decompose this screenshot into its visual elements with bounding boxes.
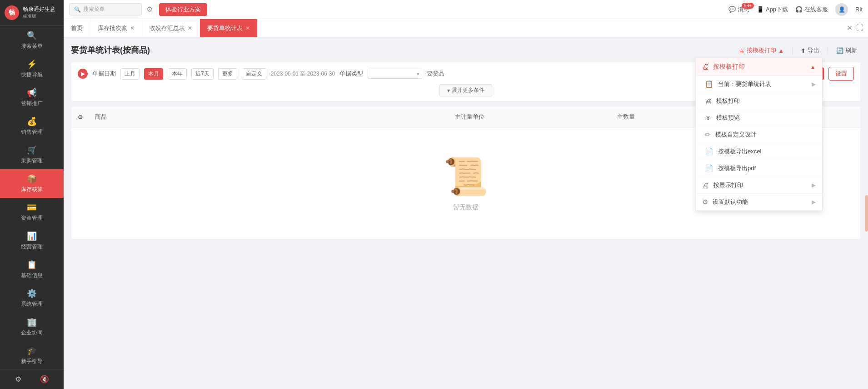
online-service-label: 在线客服 bbox=[804, 5, 828, 14]
printer-icon: 🖨 bbox=[739, 47, 745, 54]
logo-icon: 畅 bbox=[5, 5, 19, 20]
this-year-button[interactable]: 本年 bbox=[168, 68, 187, 80]
empty-icon: 📜 bbox=[443, 155, 489, 198]
sidebar-item-search[interactable]: 🔍 搜索菜单 bbox=[0, 26, 64, 55]
dropdown-header-left: 🖨 按模板打印 bbox=[702, 63, 745, 71]
tab-close-receipts-summary[interactable]: ✕ bbox=[188, 25, 192, 31]
online-service[interactable]: 🎧 在线客服 bbox=[795, 5, 828, 14]
sound-icon[interactable]: 🔇 bbox=[40, 375, 49, 384]
order-type-select-wrap bbox=[368, 69, 422, 79]
right-scrollbar[interactable] bbox=[865, 195, 868, 232]
operations-label: 经营管理 bbox=[21, 243, 43, 251]
search-icon: 🔍 bbox=[27, 30, 37, 40]
maximize-window-icon[interactable]: ⛶ bbox=[856, 24, 863, 32]
sales-label: 销售管理 bbox=[21, 128, 43, 136]
content-area: 要货单统计表(按商品) 🖨 按模板打印 ▲ ⬆ 导出 🔄 刷新 � bbox=[64, 37, 868, 389]
sidebar-item-enterprise[interactable]: 🏢 企业协同 bbox=[0, 313, 64, 341]
dropdown-template-design[interactable]: ✏ 模板自定义设计 bbox=[696, 126, 822, 143]
messages-badge[interactable]: 💬 消息 99+ bbox=[728, 5, 749, 14]
tab-order-stats[interactable]: 要货单统计表✕ bbox=[200, 19, 258, 37]
username: Rit bbox=[855, 6, 863, 13]
filter-settings-button[interactable]: 设置 bbox=[828, 67, 854, 81]
expand-more-button[interactable]: ▾ 展开更多条件 bbox=[439, 84, 492, 96]
sidebar-item-sales[interactable]: 💰 销售管理 bbox=[0, 112, 64, 141]
this-month-button[interactable]: 本月 bbox=[144, 68, 163, 80]
dropdown-title: 按模板打印 bbox=[713, 63, 745, 71]
avatar[interactable]: 👤 bbox=[835, 3, 848, 16]
template-print-label: 模板打印 bbox=[716, 97, 740, 105]
sidebar-item-quick-nav[interactable]: ⚡ 快捷导航 bbox=[0, 55, 64, 83]
refresh-label: 刷新 bbox=[845, 46, 857, 55]
dropdown-display-print[interactable]: 🖨 按显示打印 ▶ bbox=[696, 177, 822, 194]
current-icon: 📋 bbox=[705, 80, 713, 88]
export-excel-icon: 📄 bbox=[705, 147, 713, 156]
template-design-icon: ✏ bbox=[705, 131, 711, 139]
sidebar-item-basics[interactable]: 📋 基础信息 bbox=[0, 255, 64, 284]
sidebar-item-guide[interactable]: 🎓 新手引导 bbox=[0, 341, 64, 369]
system-icon: ⚙️ bbox=[27, 288, 37, 298]
last-month-button[interactable]: 上月 bbox=[120, 68, 140, 80]
sidebar-footer: ⚙ 🔇 bbox=[0, 369, 64, 389]
date-label: 单据日期 bbox=[92, 70, 116, 78]
trial-button[interactable]: 体验行业方案 bbox=[159, 3, 207, 16]
export-excel-label: 按模板导出excel bbox=[718, 147, 761, 156]
message-icon: 💬 bbox=[728, 6, 736, 13]
dropdown-export-pdf[interactable]: 📄 按模板导出pdf bbox=[696, 160, 822, 177]
tab-receipts-summary[interactable]: 收发存汇总表✕ bbox=[142, 19, 200, 37]
dropdown-export-excel[interactable]: 📄 按模板导出excel bbox=[696, 143, 822, 160]
topbar-gear-icon[interactable]: ⚙ bbox=[146, 5, 153, 14]
print-template-button[interactable]: 🖨 按模板打印 ▲ bbox=[735, 45, 788, 56]
sidebar-item-finance[interactable]: 💳 资金管理 bbox=[0, 198, 64, 227]
sidebar-item-operations[interactable]: 📊 经营管理 bbox=[0, 227, 64, 255]
export-icon: ⬆ bbox=[801, 47, 806, 54]
tab-close-inventory-batch[interactable]: ✕ bbox=[130, 25, 135, 31]
tab-home[interactable]: 首页 bbox=[64, 19, 90, 37]
col-unit: 主计量单位 bbox=[391, 110, 548, 124]
chevron-down-icon: ▾ bbox=[447, 87, 450, 94]
empty-text: 暂无数据 bbox=[453, 203, 479, 212]
print-chevron-up: ▲ bbox=[778, 47, 784, 54]
close-window-icon[interactable]: ✕ bbox=[847, 24, 853, 32]
template-preview-label: 模板预览 bbox=[716, 114, 740, 122]
refresh-button[interactable]: 🔄 刷新 bbox=[833, 45, 861, 56]
filter-expand-button[interactable]: ▶ bbox=[78, 69, 88, 79]
dropdown-printer-icon: 🖨 bbox=[702, 63, 709, 71]
sidebar-item-inventory[interactable]: 📦 库存核算 bbox=[0, 169, 64, 198]
guide-icon: 🎓 bbox=[27, 346, 37, 356]
order-goods-label: 要货品 bbox=[427, 70, 444, 78]
sidebar-item-purchase[interactable]: 🛒 采购管理 bbox=[0, 141, 64, 169]
purchase-label: 采购管理 bbox=[21, 157, 43, 165]
last7days-button[interactable]: 近7天 bbox=[191, 68, 214, 80]
tab-close-order-stats[interactable]: ✕ bbox=[245, 25, 250, 31]
custom-button[interactable]: 自定义 bbox=[242, 68, 266, 80]
sidebar-item-system[interactable]: ⚙️ 系统管理 bbox=[0, 284, 64, 313]
dropdown-collapse-icon[interactable]: ▲ bbox=[810, 64, 816, 71]
search-icon: 🔍 bbox=[74, 6, 81, 13]
dropdown-template-preview[interactable]: 👁 模板预览 bbox=[696, 110, 822, 126]
dropdown-current-item[interactable]: 📋 当前：要货单统计表 ▶ bbox=[696, 76, 822, 93]
order-type-select[interactable] bbox=[368, 69, 422, 79]
refresh-icon: 🔄 bbox=[836, 47, 843, 54]
set-default-label: 设置默认功能 bbox=[713, 198, 748, 206]
app-icon: 📱 bbox=[757, 6, 764, 13]
search-box[interactable]: 🔍 搜索菜单 bbox=[69, 3, 142, 15]
export-button[interactable]: ⬆ 导出 bbox=[797, 45, 823, 56]
tab-inventory-batch[interactable]: 库存批次账✕ bbox=[90, 19, 142, 37]
system-label: 系统管理 bbox=[21, 300, 43, 308]
more-button[interactable]: 更多 bbox=[218, 68, 237, 80]
app-download[interactable]: 📱 App下载 bbox=[757, 5, 788, 14]
col-settings[interactable]: ⚙ bbox=[71, 111, 90, 123]
sales-icon: 💰 bbox=[27, 116, 37, 126]
settings-icon[interactable]: ⚙ bbox=[15, 375, 21, 384]
enterprise-label: 企业协同 bbox=[21, 329, 43, 337]
dropdown-template-print[interactable]: 🖨 模板打印 bbox=[696, 93, 822, 110]
print-label: 按模板打印 bbox=[747, 46, 776, 55]
template-preview-icon: 👁 bbox=[705, 114, 712, 122]
search-placeholder: 搜索菜单 bbox=[83, 5, 105, 13]
dropdown-set-default[interactable]: ⚙ 设置默认功能 ▶ bbox=[696, 194, 822, 211]
template-print-icon: 🖨 bbox=[705, 97, 712, 105]
sidebar-logo: 畅 畅康通好生意 标准版 bbox=[0, 0, 64, 26]
sidebar-item-marketing[interactable]: 📢 营销推广 bbox=[0, 83, 64, 112]
marketing-label: 营销推广 bbox=[21, 100, 43, 107]
enterprise-icon: 🏢 bbox=[27, 317, 37, 327]
